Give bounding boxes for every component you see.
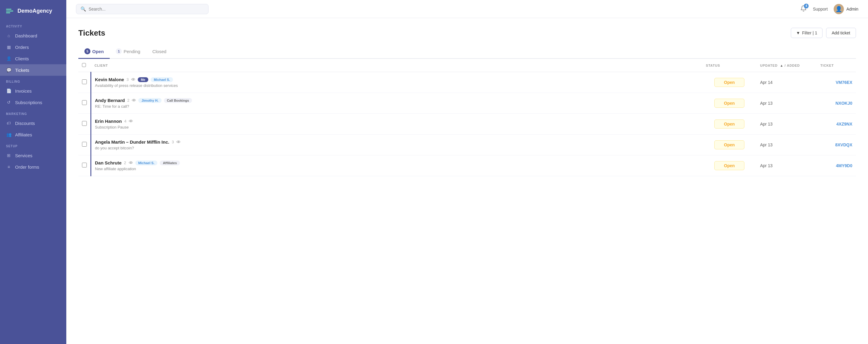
row-checkbox-2[interactable] (82, 121, 87, 126)
sidebar-item-subscriptions[interactable]: ↺Subscriptions (0, 96, 66, 108)
table-row: Erin Hannon4👁Subscription PauseOpenApr 1… (79, 114, 856, 135)
topbar: 🔍 4 Support 👤 Admin (66, 0, 868, 18)
app-name: DemoAgency (18, 8, 52, 14)
tab-label-open: Open (92, 49, 104, 54)
row-checkbox-cell-2 (79, 114, 91, 135)
box-icon: ▦ (6, 45, 11, 50)
row-checkbox-cell-4 (79, 155, 91, 176)
tab-badge-pending: 1 (116, 48, 122, 54)
row-updated-cell-3: Apr 13 (756, 135, 817, 155)
client-name-text-3: Angela Martin – Dunder Mifflin Inc. (95, 139, 169, 145)
sidebar-item-clients[interactable]: 👤Clients (0, 53, 66, 64)
row-checkbox-4[interactable] (82, 163, 87, 168)
sidebar-label-subscriptions: Subscriptions (15, 100, 42, 105)
eye-icon-0[interactable]: 👁 (131, 77, 135, 82)
row-checkbox-0[interactable] (82, 79, 87, 84)
notification-bell[interactable]: 4 (800, 5, 807, 13)
msg-count-2: 4 (124, 119, 126, 123)
page-header: Tickets ▼ Filter | 1 Add ticket (79, 28, 856, 38)
status-badge-1: Open (714, 99, 744, 108)
logo-icon (6, 7, 14, 15)
status-badge-2: Open (714, 119, 744, 128)
row-ticket-cell-3: 8XVDQX (817, 135, 856, 155)
sidebar-item-affiliates[interactable]: 👥Affiliates (0, 129, 66, 140)
filter-button[interactable]: ▼ Filter | 1 (791, 28, 822, 38)
sidebar-item-order-forms[interactable]: ≡Order forms (0, 161, 66, 173)
col-status-header: STATUS (702, 59, 756, 72)
client-subject-0: Availability of press release distributi… (95, 83, 699, 88)
sidebar-label-dashboard: Dashboard (15, 33, 37, 38)
msg-count-4: 2 (124, 161, 126, 165)
tag-person-0: Michael S. (151, 77, 173, 82)
client-subject-1: RE: Time for a call? (95, 104, 699, 109)
eye-icon-3[interactable]: 👁 (176, 140, 181, 145)
row-checkbox-3[interactable] (82, 142, 87, 147)
tickets-table: CLIENT STATUS UPDATED ▲ / ADDED TICKET K… (79, 59, 856, 176)
row-updated-cell-2: Apr 13 (756, 114, 817, 135)
client-name-text-0: Kevin Malone (95, 77, 124, 82)
table-body: Kevin Malone3👁MeMichael S.Availability o… (79, 72, 856, 176)
admin-menu[interactable]: 👤 Admin (834, 4, 858, 14)
row-checkbox-1[interactable] (82, 100, 87, 105)
ticket-link-1[interactable]: NXOKJ0 (835, 101, 852, 106)
sidebar-item-orders[interactable]: ▦Orders (0, 41, 66, 53)
content-area: Tickets ▼ Filter | 1 Add ticket 5Open1Pe… (66, 18, 868, 344)
ticket-link-3[interactable]: 8XVDQX (835, 142, 852, 147)
status-badge-4: Open (714, 161, 744, 170)
search-input[interactable] (89, 7, 204, 11)
tag-me-0: Me (138, 77, 148, 82)
sidebar-item-dashboard[interactable]: ⌂Dashboard (0, 30, 66, 41)
filter-icon: ▼ (796, 30, 800, 35)
search-box[interactable]: 🔍 (76, 4, 209, 14)
add-ticket-button[interactable]: Add ticket (826, 28, 856, 38)
col-client-header: CLIENT (91, 59, 703, 72)
tab-closed[interactable]: Closed (146, 45, 173, 59)
tag-person-4: Michael S. (135, 161, 158, 165)
client-subject-4: New affiliate application (95, 167, 699, 171)
msg-count-1: 2 (127, 98, 129, 103)
table-row: Dan Schrute2👁Michael S.AffiliatesNew aff… (79, 155, 856, 176)
row-client-cell-1: Andy Bernard2👁Jimothy H.Call BookingsRE:… (91, 93, 703, 114)
sidebar-section-setup: SETUP (0, 140, 66, 150)
col-ticket-header: TICKET (817, 59, 856, 72)
chat-icon: 💬 (6, 67, 11, 73)
client-name-1: Andy Bernard2👁Jimothy H.Call Bookings (95, 98, 699, 103)
client-subject-2: Subscription Pause (95, 125, 699, 130)
table-row: Andy Bernard2👁Jimothy H.Call BookingsRE:… (79, 93, 856, 114)
support-link[interactable]: Support (813, 7, 828, 11)
row-status-cell-2: Open (702, 114, 756, 135)
updated-date-2: Apr 13 (760, 122, 772, 126)
row-updated-cell-1: Apr 13 (756, 93, 817, 114)
ticket-link-2[interactable]: 4XZ9NX (836, 122, 852, 126)
sidebar-label-tickets: Tickets (15, 67, 29, 73)
sidebar-item-tickets[interactable]: 💬Tickets (0, 64, 66, 76)
header-actions: ▼ Filter | 1 Add ticket (791, 28, 856, 38)
ticket-link-4[interactable]: 4MY9D0 (836, 163, 852, 168)
tab-pending[interactable]: 1Pending (110, 45, 146, 59)
sidebar-label-affiliates: Affiliates (15, 132, 32, 137)
topbar-right: 4 Support 👤 Admin (800, 4, 858, 14)
sidebar-item-invoices[interactable]: 📄Invoices (0, 85, 66, 96)
eye-icon-1[interactable]: 👁 (132, 98, 136, 103)
status-badge-3: Open (714, 140, 744, 149)
row-ticket-cell-1: NXOKJ0 (817, 93, 856, 114)
eye-icon-2[interactable]: 👁 (129, 119, 133, 124)
sidebar-label-clients: Clients (15, 56, 29, 61)
updated-date-1: Apr 13 (760, 101, 772, 106)
sidebar-item-discounts[interactable]: 🏷Discounts (0, 117, 66, 129)
eye-icon-4[interactable]: 👁 (129, 161, 133, 165)
updated-date-4: Apr 13 (760, 163, 772, 168)
select-all-checkbox[interactable] (82, 63, 86, 67)
tab-open[interactable]: 5Open (79, 45, 110, 59)
msg-count-0: 3 (127, 77, 129, 82)
tab-label-pending: Pending (124, 49, 140, 54)
row-status-cell-1: Open (702, 93, 756, 114)
sidebar-section-marketing: MARKETING (0, 108, 66, 117)
notification-count: 4 (804, 4, 809, 8)
ticket-link-0[interactable]: VM76EX (836, 80, 852, 85)
sidebar-item-services[interactable]: ⊞Services (0, 150, 66, 161)
filter-label: Filter | 1 (802, 30, 817, 35)
sidebar-section-activity: ACTIVITY (0, 21, 66, 30)
col-updated-header[interactable]: UPDATED ▲ / ADDED (756, 59, 817, 72)
list-icon: ≡ (6, 164, 11, 170)
